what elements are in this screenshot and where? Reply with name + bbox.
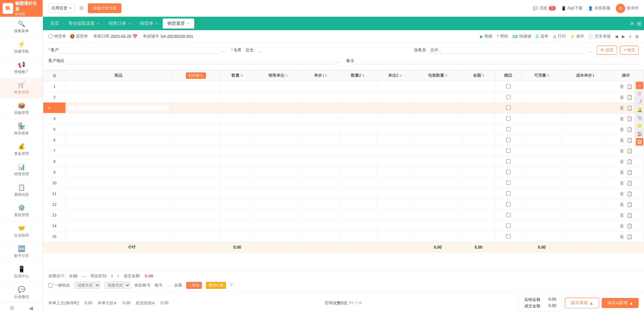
customer-input[interactable] [61, 47, 220, 54]
settlement-method-select[interactable]: 结算方式 [74, 281, 100, 289]
sort-icon-avail[interactable]: ⇅ [547, 74, 549, 77]
tab-close-sales-return[interactable]: ✕ [187, 22, 190, 25]
copy-row-btn-10[interactable]: 📋 [626, 180, 633, 186]
settings-btn[interactable]: ⚙ 设置 [597, 46, 617, 55]
customer-picker-btn[interactable]: ... [222, 48, 226, 53]
sidebar-collapse-btn[interactable]: ◀ [29, 305, 33, 311]
salesperson-picker-btn[interactable]: ... [588, 48, 592, 53]
column-settings-icon[interactable]: ⚙ [52, 73, 57, 78]
logistics-btn[interactable]: + 物流 [620, 46, 639, 55]
delete-row-btn-12[interactable]: 🗑 [619, 201, 625, 208]
delete-row-btn-1[interactable]: 🗑 [619, 83, 625, 90]
messages-btn[interactable]: 💬 消息 70 [533, 5, 556, 11]
copy-row-btn-12[interactable]: 📋 [626, 201, 633, 208]
copy-row-btn-9[interactable]: 📋 [626, 169, 633, 176]
app-download-btn[interactable]: 📱 App下载 [561, 5, 583, 11]
add-row-btn[interactable]: + [45, 104, 53, 112]
gift-checkbox-10[interactable] [506, 181, 511, 185]
copy-row-btn-4[interactable]: 📋 [626, 115, 633, 122]
right-sidebar-btn-1[interactable]: ≡ [636, 82, 643, 89]
gift-checkbox-5[interactable] [506, 127, 511, 131]
delete-row-btn-8[interactable]: 🗑 [619, 158, 625, 165]
copy-row-btn-14[interactable]: 📋 [626, 223, 633, 229]
gift-checkbox-1[interactable] [506, 84, 511, 88]
copy-row-btn-8[interactable]: 📋 [626, 158, 633, 165]
delete-row-btn-2[interactable]: 🗑 [619, 94, 625, 101]
topbar-gear-icon[interactable]: ⚙ [79, 5, 84, 11]
salesperson-input[interactable] [428, 47, 585, 54]
gift-checkbox-6[interactable] [506, 138, 511, 142]
next-record-btn[interactable]: ▶ [622, 34, 625, 39]
help-action[interactable]: ? 帮助 [496, 34, 508, 39]
delete-row-btn-13[interactable]: 🗑 [619, 212, 625, 218]
tab-price-settings[interactable]: 售价提取设置✕ [64, 18, 104, 28]
delete-row-btn-9[interactable]: 🗑 [619, 169, 625, 176]
sort-icon-pack[interactable]: ⇅ [445, 74, 447, 77]
delete-row-btn-14[interactable]: 🗑 [619, 223, 625, 229]
save-draft-btn[interactable]: 保存草稿 ▲ [565, 298, 599, 308]
sort-icon-unit2[interactable]: ⇅ [399, 74, 402, 77]
copy-row-btn-3[interactable]: 📋 [626, 105, 633, 111]
sidebar-item-new-guide[interactable]: 🆕新手引导 [0, 242, 43, 262]
right-sidebar-btn-2[interactable]: ☰ [636, 90, 643, 97]
video-action[interactable]: ▶ 视频 [480, 34, 492, 39]
delete-row-btn-5[interactable]: 🗑 [619, 126, 625, 133]
copy-row-btn-6[interactable]: 📋 [626, 137, 633, 143]
copy-row-btn-2[interactable]: 📋 [626, 94, 633, 101]
gift-checkbox-3[interactable] [506, 106, 511, 110]
tab-close-sales-order[interactable]: ✕ [128, 22, 131, 25]
gift-checkbox-8[interactable] [506, 159, 511, 164]
th-gear[interactable]: ⚙ [43, 70, 66, 81]
gift-checkbox-9[interactable] [506, 170, 511, 174]
sidebar-item-search[interactable]: 🔍搜索菜单 [0, 17, 43, 37]
gift-checkbox-4[interactable] [506, 116, 511, 121]
right-sidebar-btn-3[interactable]: 📝 [636, 98, 643, 105]
sort-icon-qty2[interactable]: ⇅ [362, 74, 365, 77]
prev-record-btn[interactable]: ◀ [615, 34, 618, 39]
shortcut-action[interactable]: ⌨ 快捷键 [512, 34, 531, 39]
sales-radio[interactable]: 销货单 [48, 34, 66, 39]
right-sidebar-btn-8[interactable]: 🖼 [636, 138, 643, 145]
user-profile[interactable]: 徐 徐泽华 [616, 4, 639, 13]
tab-sales-return[interactable]: 销货退货✕ [163, 18, 194, 28]
gift-checkbox-11[interactable] [506, 191, 511, 196]
delete-row-btn-10[interactable]: 🗑 [619, 180, 625, 186]
copy-row-btn-11[interactable]: 📋 [626, 190, 633, 197]
gift-checkbox-7[interactable] [506, 148, 511, 153]
sidebar-item-operations[interactable]: 📊经营管理 [0, 160, 43, 180]
gift-checkbox-2[interactable] [506, 95, 511, 99]
account-picker-btn[interactable]: ... [167, 283, 170, 288]
sidebar-item-basic-info[interactable]: 📋基础信息 [0, 180, 43, 201]
online-service-btn[interactable]: 👤 在线客服 [588, 5, 610, 11]
calculation-method-select[interactable]: 结算方式 [104, 281, 130, 289]
sidebar-item-system-mgmt[interactable]: ⚙️系统管理 [0, 201, 43, 221]
address-input[interactable] [66, 57, 335, 64]
sort-icon-price[interactable]: ⇅ [325, 74, 327, 77]
scan-input-btn[interactable]: 扫码录入 [186, 72, 206, 79]
delete-row-btn-4[interactable]: 🗑 [619, 115, 625, 122]
tab-sales[interactable]: 销货单✕ [136, 18, 163, 28]
delete-row-btn-6[interactable]: 🗑 [619, 137, 625, 143]
tab-sales-order[interactable]: 销售订单✕ [104, 18, 136, 28]
delete-row-btn-7[interactable]: 🗑 [619, 147, 625, 154]
copy-row-btn-15[interactable]: 📋 [626, 233, 633, 240]
sort-icon[interactable]: ⇅ [240, 74, 243, 77]
history-action[interactable]: 📄 历史单据 [588, 34, 611, 39]
sidebar-item-finance[interactable]: 💰资金管理 [0, 139, 43, 160]
sales-radio-input[interactable] [48, 34, 53, 39]
tab-layout-btn[interactable]: ⊞ [637, 20, 641, 27]
right-sidebar-btn-7[interactable]: 🏠 [636, 130, 643, 137]
sort-icon-amount[interactable]: ⇅ [482, 74, 484, 77]
tab-close-all-btn[interactable]: ✕ [630, 20, 634, 27]
one-click-payment-input[interactable] [48, 283, 53, 288]
sidebar-item-inventory[interactable]: 🏪库存核算 [0, 119, 43, 139]
sort-icon-unit[interactable]: ⇅ [285, 74, 288, 77]
copy-row-btn-5[interactable]: 📋 [626, 126, 633, 133]
save-new-btn[interactable]: 保存&新增 ▲ [602, 298, 639, 308]
list-view-btn[interactable]: ≡ [629, 34, 631, 39]
sidebar-item-enterprise[interactable]: 🤝企业协同 [0, 221, 43, 242]
delete-row-btn-11[interactable]: 🗑 [619, 190, 625, 197]
right-sidebar-btn-4[interactable]: 🔔 [636, 106, 643, 113]
sidebar-item-app-center[interactable]: 📱应用中心 [0, 262, 43, 282]
calendar-icon[interactable]: 📅 [132, 34, 138, 39]
